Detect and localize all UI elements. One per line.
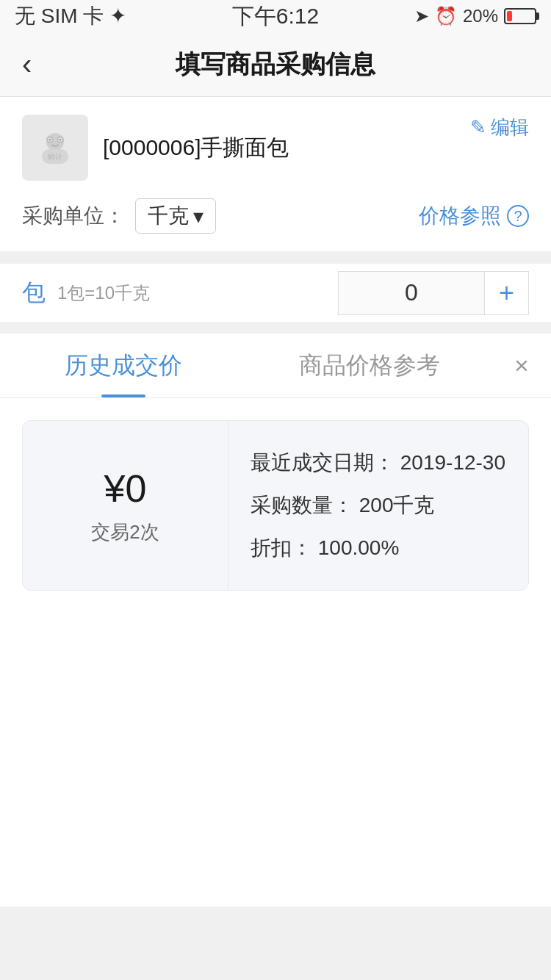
- product-thumbnail: 鲜计: [22, 115, 88, 181]
- quantity-row: 采购数量： 200千克: [251, 490, 506, 521]
- price-number: 0: [126, 467, 147, 510]
- unit-select[interactable]: 千克 ▾: [135, 198, 216, 234]
- quantity-input[interactable]: 0: [338, 271, 485, 315]
- history-content: ¥0 交易2次 最近成交日期： 2019-12-30 采购数量： 200千克 折…: [0, 398, 551, 613]
- product-name: [0000006]手撕面包: [103, 133, 289, 163]
- tab-reference-label: 商品价格参考: [299, 350, 440, 382]
- tabs-container: 历史成交价 商品价格参考 ×: [0, 334, 551, 398]
- svg-point-6: [60, 139, 62, 141]
- battery-percentage: 20%: [463, 6, 498, 26]
- svg-text:鲜计: 鲜计: [48, 153, 62, 161]
- discount-row: 折扣： 100.00%: [251, 533, 506, 563]
- recent-date-label: 最近成交日期：: [251, 451, 395, 474]
- history-price-section: ¥0 交易2次: [23, 421, 228, 590]
- quantity-label: 采购数量：: [251, 494, 353, 516]
- discount-label: 折扣：: [251, 536, 312, 559]
- product-unit-row: 采购单位： 千克 ▾ 价格参照 ?: [22, 198, 529, 234]
- tab-history-label: 历史成交价: [65, 350, 182, 382]
- tab-close-button[interactable]: ×: [492, 334, 551, 397]
- bag-icon: 包: [22, 277, 46, 309]
- price-ref-button[interactable]: 价格参照 ?: [419, 202, 529, 230]
- recent-date-value: 2019-12-30: [400, 451, 505, 474]
- battery-indicator: [504, 8, 536, 24]
- recent-date-row: 最近成交日期： 2019-12-30: [251, 447, 506, 478]
- product-header: 鲜计 [0000006]手撕面包 ✎ 编辑: [22, 115, 529, 181]
- edit-icon: ✎: [470, 116, 486, 139]
- unit-selector-group: 采购单位： 千克 ▾: [22, 198, 216, 234]
- price-ref-label: 价格参照: [419, 202, 501, 230]
- status-time: 下午6:12: [232, 1, 319, 32]
- quantity-hint: 1包=10千克: [57, 281, 150, 305]
- status-bar: 无 SIM 卡 ✦ 下午6:12 ➤ ⏰ 20%: [0, 0, 551, 32]
- discount-value: 100.00%: [318, 536, 400, 559]
- status-right: ➤ ⏰ 20%: [414, 6, 536, 26]
- help-icon: ?: [507, 205, 529, 227]
- tab-history-price[interactable]: 历史成交价: [0, 334, 246, 397]
- status-left: 无 SIM 卡 ✦: [15, 2, 126, 30]
- page-rest: [0, 613, 551, 907]
- currency-symbol: ¥: [104, 467, 126, 510]
- edit-button[interactable]: ✎ 编辑: [470, 115, 529, 140]
- sim-signal: 无 SIM 卡 ✦: [15, 2, 126, 30]
- dropdown-icon: ▾: [193, 204, 204, 228]
- product-card: 鲜计 [0000006]手撕面包 ✎ 编辑 采购单位： 千克 ▾ 价格参照 ?: [0, 97, 551, 251]
- history-price-value: ¥0: [104, 466, 147, 511]
- svg-point-5: [49, 139, 51, 141]
- back-button[interactable]: ‹: [22, 48, 66, 81]
- alarm-icon: ⏰: [435, 6, 457, 26]
- quantity-plus-button[interactable]: +: [485, 271, 529, 315]
- quantity-label-group: 包 1包=10千克: [22, 277, 150, 309]
- edit-label: 编辑: [491, 115, 529, 140]
- history-details-section: 最近成交日期： 2019-12-30 采购数量： 200千克 折扣： 100.0…: [228, 421, 528, 590]
- nav-bar: ‹ 填写商品采购信息: [0, 32, 551, 97]
- page-title: 填写商品采购信息: [176, 48, 375, 82]
- quantity-input-group: 0 +: [338, 271, 529, 315]
- history-trades-count: 交易2次: [91, 519, 159, 545]
- product-info: 鲜计 [0000006]手撕面包: [22, 115, 289, 181]
- quantity-section: 包 1包=10千克 0 +: [0, 263, 551, 322]
- quantity-value: 200千克: [359, 494, 435, 516]
- history-card: ¥0 交易2次 最近成交日期： 2019-12-30 采购数量： 200千克 折…: [22, 420, 529, 591]
- unit-label: 采购单位：: [22, 204, 125, 227]
- unit-value: 千克: [148, 202, 189, 230]
- tab-price-reference[interactable]: 商品价格参考: [246, 334, 492, 397]
- location-icon: ➤: [414, 6, 429, 26]
- tab-active-indicator: [101, 394, 145, 397]
